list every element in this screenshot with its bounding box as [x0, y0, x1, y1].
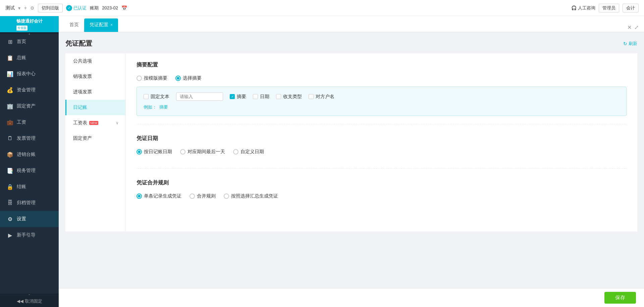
config-sidebar: 公共选项 销项发票 进项发票 日记账 工资表 NEW — [65, 53, 126, 231]
sidebar-item-archive[interactable]: 🗄 归档管理 — [0, 195, 59, 211]
summary-checkbox-row: 固定文本 摘要 日期 — [144, 92, 620, 101]
config-label-payroll-table: 工资表 — [73, 120, 87, 126]
date-section: 凭证日期 按日记账日期 对应期间最后一天 — [137, 135, 627, 169]
date-radio-group: 按日记账日期 对应期间最后一天 自定义日期 — [137, 149, 627, 155]
home-icon: ⊞ — [7, 38, 13, 45]
page-content: 凭证配置 ↻ 刷新 公共选项 销项发票 — [59, 32, 644, 307]
single-label: 单条记录生成凭证 — [144, 193, 181, 199]
config-layout: 公共选项 销项发票 进项发票 日记账 工资表 NEW — [65, 53, 637, 231]
config-label-fixed-assets: 固定资产 — [73, 135, 92, 141]
custom-date-label: 自定义日期 — [240, 149, 264, 155]
old-version-button[interactable]: 切到旧版 — [38, 4, 63, 12]
config-label-purchase-invoice: 进项发票 — [73, 89, 92, 94]
refresh-button[interactable]: ↻ 刷新 — [623, 41, 637, 47]
sidebar-pin-button[interactable]: ◀◀ 取消固定 — [0, 295, 59, 307]
config-item-payroll-table[interactable]: 工资表 NEW ∨ — [65, 115, 125, 131]
fixed-text-box — [144, 94, 149, 99]
config-item-purchase-invoice[interactable]: 进项发票 — [65, 84, 125, 100]
tab-active-label: 凭证配置 — [90, 22, 108, 28]
summary-section: 摘要配置 按模版摘要 选择摘要 — [137, 61, 627, 124]
sidebar-scroll: ⊞ 首页 📋 总账 📊 报表中心 💰 资金管理 🏢 固定资产 💼 工资 — [0, 34, 59, 294]
guide-icon: ▶ — [7, 232, 13, 238]
consult-button[interactable]: 🎧 人工咨询 — [571, 5, 595, 11]
sidebar-item-invoice[interactable]: 🗒 发票管理 — [0, 130, 59, 146]
save-button[interactable]: 保存 — [604, 292, 636, 304]
period-value: 2023-02 — [102, 5, 118, 10]
add-button[interactable]: + — [24, 5, 27, 11]
sidebar-item-ledger[interactable]: 📋 总账 — [0, 50, 59, 66]
sidebar-label-archive: 归档管理 — [17, 200, 36, 206]
sidebar-item-guide[interactable]: ▶ 新手引导 — [0, 227, 59, 243]
example-label: 例如： — [144, 104, 157, 109]
accountant-button[interactable]: 会计 — [623, 4, 639, 12]
config-label-public: 公共选项 — [73, 58, 92, 63]
sidebar-item-funds[interactable]: 💰 资金管理 — [0, 82, 59, 98]
merge-title: 凭证合并规则 — [137, 179, 627, 186]
fixed-text-label: 固定文本 — [151, 94, 169, 100]
sidebar-item-assets[interactable]: 🏢 固定资产 — [0, 98, 59, 114]
custom-date-radio[interactable]: 自定义日期 — [233, 149, 264, 155]
counterpart-checkbox[interactable]: 对方户名 — [309, 94, 334, 100]
counterpart-label: 对方户名 — [316, 94, 334, 100]
sidebar: 畅捷通好会计 专业版 ▲ ⊞ 首页 📋 总账 📊 报表中心 — [0, 16, 59, 307]
sidebar-item-payroll[interactable]: 💼 工资 — [0, 114, 59, 130]
period-label: 账期 — [90, 5, 99, 11]
sidebar-label-funds: 资金管理 — [17, 87, 36, 93]
select-summary-radio[interactable]: 选择摘要 — [175, 75, 202, 81]
income-type-box — [276, 94, 281, 99]
new-badge: NEW — [89, 121, 98, 125]
summary-label: 摘要 — [237, 94, 246, 100]
content-area: 首页 凭证配置 × ✕ ⤢ 凭证配置 ↻ 刷新 — [59, 16, 644, 307]
last-day-circle — [180, 149, 185, 155]
calendar-icon[interactable]: 📅 — [121, 5, 127, 11]
tab-bar: 首页 凭证配置 × ✕ ⤢ — [59, 16, 644, 32]
sidebar-item-home[interactable]: ⊞ 首页 — [0, 34, 59, 50]
config-item-sales-invoice[interactable]: 销项发票 — [65, 69, 125, 84]
close-window-icon[interactable]: ✕ — [627, 24, 632, 31]
admin-button[interactable]: 管理员 — [599, 4, 619, 12]
funds-icon: 💰 — [7, 87, 13, 93]
summary-checkbox-area: 固定文本 摘要 日期 — [137, 87, 627, 116]
merge-rule-radio[interactable]: 合并规则 — [190, 193, 216, 199]
last-day-radio[interactable]: 对应期间最后一天 — [180, 149, 225, 155]
sidebar-label-tax: 税务管理 — [17, 168, 36, 174]
template-summary-radio[interactable]: 按模版摘要 — [137, 75, 167, 81]
workspace-title: 测试 — [5, 5, 15, 11]
sidebar-label-guide: 新手引导 — [17, 232, 36, 238]
sidebar-item-settings[interactable]: ⚙ 设置 — [0, 211, 59, 227]
expand-icon[interactable]: ⤢ — [634, 24, 639, 31]
main-layout: 畅捷通好会计 专业版 ▲ ⊞ 首页 📋 总账 📊 报表中心 — [0, 16, 644, 307]
tab-voucher-config[interactable]: 凭证配置 × — [84, 18, 118, 32]
select-summary-circle — [175, 76, 181, 81]
by-journal-radio[interactable]: 按日记账日期 — [137, 149, 172, 155]
config-item-fixed-assets[interactable]: 固定资产 — [65, 131, 125, 146]
sidebar-item-tax[interactable]: 📑 税务管理 — [0, 163, 59, 179]
workspace-arrow[interactable]: ▾ — [18, 5, 20, 11]
certified-label: 已认证 — [73, 5, 87, 11]
income-type-checkbox[interactable]: 收支类型 — [276, 94, 302, 100]
settings-nav-icon: ⚙ — [7, 216, 13, 222]
fixed-text-checkbox[interactable]: 固定文本 — [144, 94, 169, 100]
config-label-journal: 日记账 — [73, 104, 87, 110]
config-item-public[interactable]: 公共选项 — [65, 53, 125, 69]
logo-badge: 专业版 — [16, 26, 28, 31]
config-item-journal[interactable]: 日记账 — [65, 100, 125, 115]
sidebar-item-report[interactable]: 📊 报表中心 — [0, 66, 59, 82]
page-inner: 凭证配置 ↻ 刷新 公共选项 销项发票 — [59, 32, 644, 288]
summary-merge-circle — [224, 193, 229, 199]
tab-close-icon[interactable]: × — [110, 23, 113, 27]
save-bar: 保存 — [59, 288, 644, 307]
consult-icon: 🎧 — [571, 5, 577, 10]
single-radio[interactable]: 单条记录生成凭证 — [137, 193, 181, 199]
report-icon: 📊 — [7, 71, 13, 77]
summary-merge-radio[interactable]: 按照选择汇总生成凭证 — [224, 193, 278, 199]
fixed-text-input[interactable] — [176, 92, 223, 101]
summary-checkbox[interactable]: 摘要 — [230, 94, 246, 100]
summary-title: 摘要配置 — [137, 61, 627, 69]
sidebar-item-closing[interactable]: 🔒 结账 — [0, 179, 59, 195]
date-checkbox[interactable]: 日期 — [253, 94, 269, 100]
page-title: 凭证配置 — [65, 39, 92, 48]
settings-icon[interactable]: ⚙ — [30, 5, 35, 11]
tab-home[interactable]: 首页 — [64, 18, 84, 32]
sidebar-item-sales[interactable]: 📦 进销台账 — [0, 146, 59, 163]
